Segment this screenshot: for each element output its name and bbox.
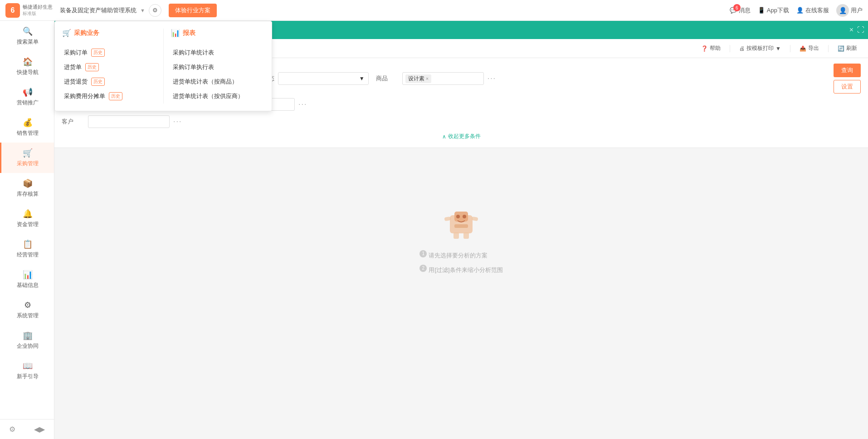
enterprise-icon: 🏢 [23,330,33,340]
purchase-section: 🛒 采购业务 采购订单 历史 进货单 历史 进货退货 历史 采购费用分摊单 历史 [62,29,156,104]
customer-filter: 客户 ··· [62,115,182,128]
filter-row-3: 客户 ··· [62,115,861,128]
top-header: 6 畅捷通好生意 标准版 装备及固定资产辅助管理系统 ▼ ⚙ 体验行业方案 💬 … [0,0,868,21]
divider2 [790,45,790,52]
svg-point-2 [456,215,460,218]
menu-item-purchase-order[interactable]: 采购订单 历史 [62,45,156,60]
customer-label: 客户 [62,118,84,126]
sidebar-item-finance[interactable]: 🔔 资金管理 [0,203,54,234]
refresh-label: 刷新 [846,44,857,52]
sidebar-label-basic-info: 基础信息 [17,281,39,289]
tab-close-all-btn[interactable]: × [849,26,853,34]
sidebar-settings-btn[interactable]: ⚙ [9,425,15,434]
home-icon: 🏠 [23,57,33,67]
sidebar-item-marketing[interactable]: 📢 营销推广 [0,82,54,112]
purchase-menu-icon: 🛒 [62,29,71,37]
sidebar-label-finance: 资金管理 [17,221,39,228]
sidebar-label-search: 搜索菜单 [17,38,39,46]
app-download-btn[interactable]: 📱 App下载 [758,6,789,15]
sidebar-item-system[interactable]: ⚙ 系统管理 [0,295,54,325]
report-section-title: 📊 报表 [171,29,265,40]
sales-icon: 💰 [23,118,33,128]
sidebar-item-enterprise[interactable]: 🏢 企业协同 [0,325,54,355]
service-icon: 👤 [796,7,804,14]
sidebar-label-system: 系统管理 [17,312,39,320]
industry-btn[interactable]: 体验行业方案 [169,4,217,17]
logo-icon: 6 [5,3,20,18]
notification-btn[interactable]: 💬 6 消息 [730,6,751,15]
status-dropdown-icon: ▼ [359,75,365,82]
purchase-icon: 🛒 [23,148,33,158]
sidebar-item-operations[interactable]: 📋 经营管理 [0,234,54,264]
sidebar-bottom: ⚙ ◀▶ [0,419,54,439]
sidebar-item-sales[interactable]: 💰 销售管理 [0,112,54,143]
sidebar-item-purchase[interactable]: 🛒 采购管理 [0,143,54,173]
menu-item-order-exec[interactable]: 采购订单执行表 [171,60,265,74]
query-btn[interactable]: 查询 [834,64,861,77]
export-btn[interactable]: 📤 导出 [796,43,823,54]
online-service-btn[interactable]: 👤 在线客服 [796,6,829,15]
incoming-stats-supplier-label: 进货单统计表（按供应商） [173,92,244,100]
purchase-section-title: 🛒 采购业务 [62,29,156,40]
menu-item-expense[interactable]: 采购费用分摊单 历史 [62,89,156,104]
sidebar-item-quick-nav[interactable]: 🏠 快捷导航 [0,51,54,82]
sidebar-item-search[interactable]: 🔍 搜索菜单 [0,21,54,51]
sidebar-item-basic-info[interactable]: 📊 基础信息 [0,264,54,295]
export-label: 导出 [808,44,819,52]
user-btn[interactable]: 👤 用户 [836,4,863,17]
purchase-dropdown-menu: 🛒 采购业务 采购订单 历史 进货单 历史 进货退货 历史 采购费用分摊单 历史… [54,21,272,111]
svg-point-3 [463,215,466,218]
refresh-icon: 🔄 [838,45,844,52]
product-input[interactable]: 设计素 × [402,72,484,85]
product-tag-close[interactable]: × [426,76,429,81]
basic-info-icon: 📊 [23,270,33,280]
purchase-order-history[interactable]: 历史 [91,49,105,57]
inventory-icon: 📦 [23,178,33,188]
system-title-dropdown[interactable]: ▼ [140,8,145,13]
avatar: 👤 [836,4,849,17]
svg-rect-5 [454,232,459,239]
logo-text: 畅捷通好生意 [23,4,53,10]
expense-history[interactable]: 历史 [109,92,122,100]
export-icon: 📤 [800,45,806,52]
sidebar-label-operations: 经营管理 [17,251,39,259]
expense-label: 采购费用分摊单 [64,92,105,100]
product-more-dots[interactable]: ··· [488,74,496,83]
help-btn[interactable]: ❓ 帮助 [697,43,724,54]
product-filter: 商品 设计素 × ··· [376,72,496,85]
operations-icon: 📋 [23,239,33,249]
refresh-btn[interactable]: 🔄 刷新 [834,43,861,54]
menu-item-incoming-stats-product[interactable]: 进货单统计表（按商品） [171,74,265,89]
report-section: 📊 报表 采购订单统计表 采购订单执行表 进货单统计表（按商品） 进货单统计表（… [171,29,265,104]
menu-item-incoming-stats-supplier[interactable]: 进货单统计表（按供应商） [171,89,265,104]
guide-icon: 📖 [23,361,33,371]
header-settings-btn[interactable]: ⚙ [149,4,161,17]
menu-item-incoming[interactable]: 进货单 历史 [62,60,156,74]
menu-item-return[interactable]: 进货退货 历史 [62,74,156,89]
sidebar-item-guide[interactable]: 📖 新手引导 [0,355,54,386]
purchase-order-label: 采购订单 [64,49,88,57]
app-download-label: App下载 [767,6,789,15]
tab-expand-btn[interactable]: ⛶ [857,26,864,34]
incoming-history[interactable]: 历史 [85,63,99,71]
status-select[interactable]: ▼ [278,72,369,85]
svg-rect-4 [454,224,468,228]
menu-vertical-divider [163,29,164,104]
app-icon: 📱 [758,7,765,14]
product-label: 商品 [376,74,399,83]
collapse-btn[interactable]: ∧ 收起更多条件 [442,133,481,140]
sidebar-collapse-btn[interactable]: ◀▶ [34,425,45,434]
return-history[interactable]: 历史 [91,78,105,86]
customer-input[interactable] [88,115,170,128]
set-btn[interactable]: 设置 [834,80,861,94]
help-icon: ❓ [701,45,708,52]
help-label: 帮助 [710,44,721,52]
customer-more-dots[interactable]: ··· [173,118,182,126]
print-dropdown-icon: ▼ [775,45,781,52]
sidebar-item-inventory[interactable]: 📦 库存核算 [0,173,54,203]
menu-item-order-stats[interactable]: 采购订单统计表 [171,45,265,60]
print-btn[interactable]: 🖨 按模板打印 ▼ [736,43,785,54]
report-menu-icon: 📊 [171,29,180,37]
incoming-stats-product-label: 进货单统计表（按商品） [173,78,238,86]
salesperson-more-dots[interactable]: ··· [298,100,307,109]
